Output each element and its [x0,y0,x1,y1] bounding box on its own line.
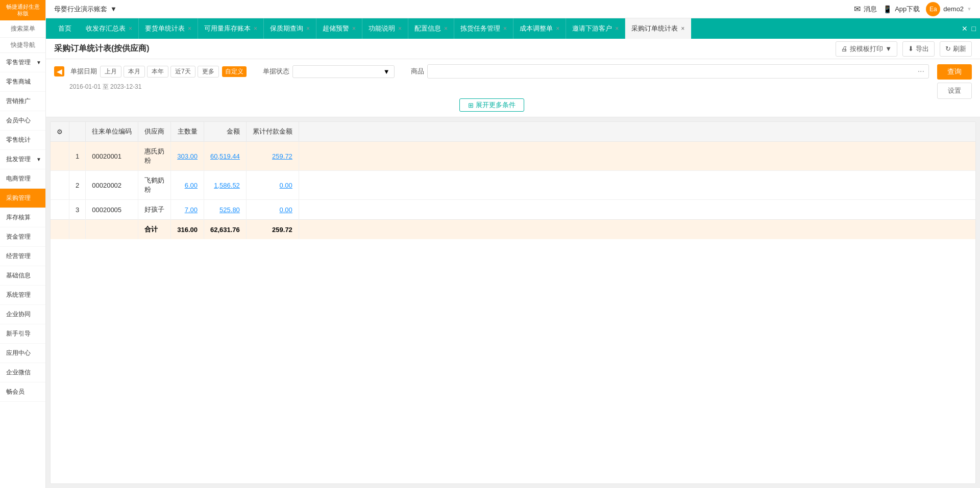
tab-close-func-desc[interactable]: × [398,25,402,32]
table-col-qty: 主数量 [171,122,204,142]
tab-close-config-info[interactable]: × [444,25,448,32]
row-qty[interactable]: 7.00 [171,200,204,220]
sidebar-item-member-center[interactable]: 会员中心 [0,111,45,131]
filter-panel: ◀ 单据日期 上月 本月 本年 近7天 更多 自定义 单据状态 [46,59,980,117]
sidebar-item-app-center[interactable]: 应用中心 [0,344,45,363]
tab-close-requisition[interactable]: × [188,25,191,32]
restore-window-btn[interactable]: □ [972,24,976,33]
tab-close-cost-adjust[interactable]: × [556,25,559,32]
date-btn-more[interactable]: 更多 [198,66,219,78]
app-logo: 畅捷通好生意 标版 [0,0,45,20]
settings-button[interactable]: 设置 [937,83,972,99]
date-filter-group: 单据日期 上月 本月 本年 近7天 更多 自定义 [70,66,247,78]
tab-close-collect-pay[interactable]: × [129,25,132,32]
sidebar-item-retail-manage[interactable]: 零售管理▼ [0,53,45,72]
sidebar-quick-nav[interactable]: 快捷导航 [0,38,45,53]
row-gear [51,171,69,200]
close-window-btn[interactable]: ✕ [962,24,968,33]
export-button[interactable]: ⬇ 导出 [902,41,935,57]
row-no: 1 [69,142,86,171]
sidebar-item-wechat[interactable]: 企业微信 [0,363,45,382]
page-header: 采购订单统计表(按供应商) 🖨 按模板打印 ▼ ⬇ 导出 ↻ 刷新 [46,39,980,59]
nav-tab-overstock[interactable]: 超储预警× [316,18,362,39]
row-amount[interactable]: 1,586.52 [204,171,247,200]
row-qty[interactable]: 6.00 [171,171,204,200]
goods-more-button[interactable]: ··· [918,67,924,76]
goods-input-wrap: ··· [427,64,929,79]
date-btn-this-month[interactable]: 本月 [124,66,145,78]
sidebar-item-retail-mall[interactable]: 零售商城 [0,72,45,92]
app-download-btn[interactable]: 📱 App下载 [883,5,920,14]
row-supplier: 飞鹤奶粉 [138,171,171,200]
main-content: 母婴行业演示账套 ▼ ✉ 消息 📱 App下载 Ea demo2 ▼ 首页 [46,0,980,488]
status-filter-group: 单据状态 ▼ [263,65,395,78]
sidebar-item-marketing[interactable]: 营销推广 [0,92,45,111]
sidebar-item-inventory[interactable]: 库存核算 [0,208,45,227]
user-avatar: Ea [926,2,940,16]
top-nav-tabs-bar: 首页 收发存汇总表×要货单统计表×可用量库存账本×保质期查询×超储预警×功能说明… [46,18,980,39]
goods-label: 商品 [411,67,424,76]
tab-close-invite-customer[interactable]: × [615,25,619,32]
table-col-extra [299,122,975,142]
tab-close-expiry-query[interactable]: × [306,25,310,32]
row-amount[interactable]: 60,519.44 [204,142,247,171]
row-paid[interactable]: 0.00 [246,200,299,220]
nav-tab-inventory-ledger[interactable]: 可用量库存账本× [198,18,264,39]
table-col-no [69,122,86,142]
sidebar-item-ecommerce[interactable]: 电商管理 [0,169,45,189]
sidebar-item-purchase[interactable]: 采购管理 [0,189,45,208]
refresh-button[interactable]: ↻ 刷新 [940,41,972,57]
row-unit-code: 00020002 [86,171,138,200]
sidebar-item-system[interactable]: 系统管理 [0,286,45,305]
nav-tab-pick-task[interactable]: 拣货任务管理× [454,18,513,39]
sidebar-item-guide[interactable]: 新手引导 [0,324,45,344]
sidebar-item-enterprise[interactable]: 企业协同 [0,305,45,324]
nav-tab-home[interactable]: 首页 [50,18,80,39]
sidebar-search[interactable]: 搜索菜单 [0,20,45,38]
row-paid[interactable]: 0.00 [246,171,299,200]
nav-tab-purchase-stats[interactable]: 采购订单统计表× [625,18,691,39]
tab-close-purchase-stats[interactable]: × [681,25,684,32]
sidebar-item-retail-stats[interactable]: 零售统计 [0,131,45,150]
row-amount[interactable]: 525.80 [204,200,247,220]
sidebar-item-wholesale[interactable]: 批发管理▼ [0,150,45,169]
date-btn-7days[interactable]: 近7天 [170,66,195,78]
nav-tab-requisition[interactable]: 要货单统计表× [139,18,198,39]
date-btn-last-month[interactable]: 上月 [100,66,121,78]
sidebar-item-vip[interactable]: 畅会员 [0,382,45,402]
table-body: 100020001惠氏奶粉303.0060,519.44259.72200020… [51,142,975,220]
row-qty[interactable]: 303.00 [171,142,204,171]
tab-close-inventory-ledger[interactable]: × [254,25,257,32]
sidebar-item-basic-info[interactable]: 基础信息 [0,266,45,286]
tab-close-overstock[interactable]: × [352,25,356,32]
nav-tab-config-info[interactable]: 配置信息× [408,18,454,39]
table-row: 300020005好孩子7.00525.800.00 [51,200,975,220]
expand-more-conditions-button[interactable]: ⊞ 展开更多条件 [459,98,524,112]
sidebar-item-operations[interactable]: 经营管理 [0,247,45,266]
table-col-amount: 金额 [204,122,247,142]
nav-tab-collect-pay[interactable]: 收发存汇总表× [80,18,139,39]
sidebar-item-finance[interactable]: 资金管理 [0,227,45,247]
status-select[interactable]: ▼ [292,65,395,78]
date-custom-badge[interactable]: 自定义 [222,66,247,77]
message-btn[interactable]: ✉ 消息 [854,4,877,14]
sidebar-items-list: 零售管理▼零售商城营销推广会员中心零售统计批发管理▼电商管理采购管理库存核算资金… [0,53,45,402]
nav-tab-expiry-query[interactable]: 保质期查询× [264,18,316,39]
goods-input[interactable] [432,68,916,75]
nav-tab-invite-customer[interactable]: 邀请下游客户× [566,18,625,39]
filter-collapse-button[interactable]: ◀ [54,66,64,76]
nav-tab-cost-adjust[interactable]: 成本调整单× [513,18,566,39]
table-col-gear[interactable]: ⚙ [51,122,69,142]
nav-tab-func-desc[interactable]: 功能说明× [362,18,408,39]
row-paid[interactable]: 259.72 [246,142,299,171]
row-supplier: 惠氏奶粉 [138,142,171,171]
page-title: 采购订单统计表(按供应商) [54,43,836,54]
date-btn-this-year[interactable]: 本年 [147,66,168,78]
table-col-supplier: 供应商 [138,122,171,142]
template-print-button[interactable]: 🖨 按模板打印 ▼ [836,41,897,57]
user-avatar-area[interactable]: Ea demo2 ▼ [926,2,972,16]
row-supplier: 好孩子 [138,200,171,220]
workspace-selector[interactable]: 母婴行业演示账套 ▼ [54,5,117,14]
tab-close-pick-task[interactable]: × [503,25,507,32]
query-button[interactable]: 查询 [937,64,972,80]
